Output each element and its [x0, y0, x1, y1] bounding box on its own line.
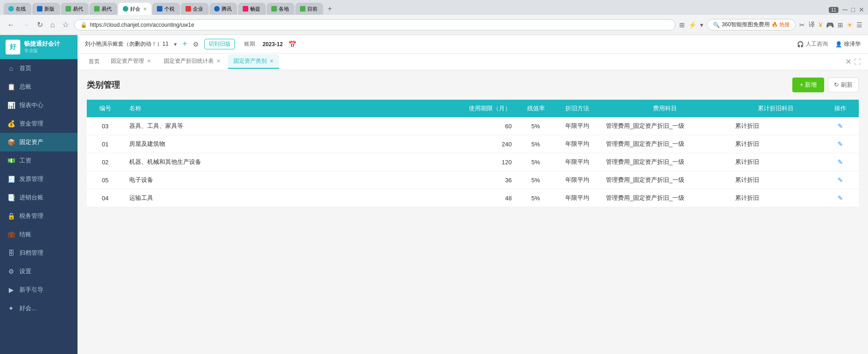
edit-icon-3[interactable]: ✎: [838, 176, 843, 184]
secure-icon: 🔒: [80, 22, 87, 28]
back-btn[interactable]: ←: [6, 19, 17, 31]
grid-icon[interactable]: ⊞: [838, 21, 843, 29]
breadcrumb-home[interactable]: 首页: [85, 55, 103, 68]
sidebar-item-purchase-sales[interactable]: 📑 进销台账: [0, 188, 78, 207]
window-close-btn[interactable]: ✕: [845, 57, 851, 66]
translate-icon[interactable]: 译: [808, 21, 815, 29]
edit-icon-1[interactable]: ✎: [838, 140, 843, 148]
tab-zaix[interactable]: 在线: [4, 3, 31, 15]
edit-icon-0[interactable]: ✎: [838, 122, 843, 130]
row2-edit[interactable]: ✎: [822, 153, 859, 171]
tab-asset-category-close[interactable]: ✕: [269, 58, 274, 64]
calendar-icon[interactable]: 📅: [288, 41, 296, 48]
row0-edit[interactable]: ✎: [822, 117, 859, 135]
sidebar-item-fixed-assets[interactable]: 📦 固定资产: [0, 133, 78, 151]
tab-muqian[interactable]: 目前: [295, 3, 323, 15]
col-period: 使用期限（月）: [462, 100, 517, 117]
settings-icon: ⚙: [7, 268, 15, 275]
tab-tengxun[interactable]: 腾讯: [210, 3, 237, 15]
sidebar-item-haohui[interactable]: ✦ 好会...: [0, 299, 78, 318]
add-company-btn[interactable]: +: [182, 39, 187, 49]
close-browser-btn[interactable]: ✕: [859, 6, 864, 13]
tab-yidai1[interactable]: 易代: [61, 3, 89, 15]
row2-name: 机器、机械和其他生产设备: [124, 153, 462, 171]
edit-icon-2[interactable]: ✎: [838, 158, 843, 166]
tab-yidai2[interactable]: 易代: [90, 3, 117, 15]
user-profile[interactable]: 👤 徐泽华: [835, 40, 861, 48]
row3-edit[interactable]: ✎: [822, 171, 859, 189]
row1-expense: 管理费用_固定资产折旧_一级: [600, 135, 730, 153]
row1-edit[interactable]: ✎: [822, 135, 859, 153]
scissors-icon[interactable]: ✂: [799, 21, 805, 29]
service-btn[interactable]: 🎧 人工咨询: [797, 40, 828, 48]
row3-id: 05: [87, 171, 124, 189]
col-id: 编号: [87, 100, 124, 117]
tab-gedi[interactable]: 各地: [267, 3, 294, 15]
row3-method: 年限平均: [554, 171, 600, 189]
maximize-btn[interactable]: □: [851, 6, 855, 13]
tab-qiye[interactable]: 企业: [181, 3, 209, 15]
sidebar-item-invoice[interactable]: 🧾 发票管理: [0, 170, 78, 188]
tab-haohui[interactable]: 好会 ✕: [118, 3, 151, 15]
menu-icon[interactable]: ☰: [856, 21, 862, 29]
bookmark-btn[interactable]: ☆: [60, 18, 71, 31]
sidebar-item-closing[interactable]: 💼 结账: [0, 225, 78, 244]
search-icon: 🔍: [713, 22, 720, 28]
minimize-btn[interactable]: ─: [842, 6, 847, 14]
row3-residual: 5%: [517, 171, 554, 189]
theme-icon[interactable]: ☀: [847, 21, 853, 29]
row2-id: 02: [87, 153, 124, 171]
row4-id: 04: [87, 189, 124, 207]
tab-geishui[interactable]: 个税: [152, 3, 180, 15]
row4-edit[interactable]: ✎: [822, 189, 859, 207]
row0-residual: 5%: [517, 117, 554, 135]
sidebar-item-general-ledger[interactable]: 📋 总账: [0, 78, 78, 96]
game-icon[interactable]: 🎮: [826, 21, 834, 29]
edit-icon-4[interactable]: ✎: [838, 194, 843, 202]
tab-changti[interactable]: 畅提: [238, 3, 266, 15]
tab-close-haohui[interactable]: ✕: [143, 6, 147, 12]
window-maximize-btn[interactable]: ⛶: [854, 58, 861, 66]
tab-depreciation-table[interactable]: 固定资产折旧统计表 ✕: [158, 54, 226, 69]
sidebar-item-funds[interactable]: 💰 资金管理: [0, 114, 78, 133]
row4-period: 48: [462, 189, 517, 207]
search-text: 360智能抠图免费用: [722, 21, 770, 29]
settings-btn-topbar[interactable]: ⚙: [193, 41, 199, 48]
tab-depreciation-close[interactable]: ✕: [216, 58, 221, 64]
dropdown-btn[interactable]: ▾: [700, 21, 703, 29]
search-bar[interactable]: 🔍 360智能抠图免费用 🔥 热搜: [707, 19, 796, 30]
expand-icon[interactable]: ▾: [174, 41, 177, 48]
sidebar-item-home[interactable]: ⌂ 首页: [0, 59, 78, 78]
fixed-assets-icon: 📦: [7, 138, 15, 146]
browser-nav-bar: ← → ↻ ⌂ ☆ 🔒 https://cloud.chanjet.com/ac…: [0, 15, 868, 35]
switch-version-btn[interactable]: 切到旧版: [204, 39, 235, 49]
boost-icon[interactable]: ⚡: [688, 21, 696, 29]
url-text[interactable]: https://cloud.chanjet.com/accounting/uw1…: [90, 22, 194, 28]
logo-title: 畅捷通好会计: [24, 40, 60, 48]
sidebar-item-invoice-label: 发票管理: [19, 175, 43, 183]
tab-asset-category[interactable]: 固定资产类别 ✕: [228, 54, 279, 69]
table-row: 02 机器、机械和其他生产设备 120 5% 年限平均 管理费用_固定资产折旧_…: [87, 153, 859, 171]
sidebar-item-archive[interactable]: 🗄 归档管理: [0, 244, 78, 262]
sidebar-item-payroll[interactable]: 💵 工资: [0, 151, 78, 170]
tab-fixed-assets-mgmt[interactable]: 固定资产管理 ✕: [105, 54, 156, 69]
row0-name: 器具、工具、家具等: [124, 117, 462, 135]
reports-icon: 📊: [7, 102, 15, 109]
add-btn[interactable]: + 新增: [792, 78, 824, 92]
sidebar-item-guide[interactable]: ▶ 新手引导: [0, 281, 78, 299]
tab-xinban[interactable]: 新版: [32, 3, 60, 15]
period-label: 账期: [244, 40, 255, 48]
sidebar-item-settings[interactable]: ⚙ 设置: [0, 262, 78, 281]
table-row: 03 器具、工具、家具等 60 5% 年限平均 管理费用_固定资产折旧_一级 累…: [87, 117, 859, 135]
wallet-icon[interactable]: ¥: [819, 21, 822, 29]
extensions-icon[interactable]: ⊞: [679, 21, 685, 29]
reload-btn[interactable]: ↻: [35, 18, 45, 31]
new-tab-btn[interactable]: +: [324, 3, 335, 15]
sidebar-item-tax[interactable]: 🔒 税务管理: [0, 207, 78, 225]
tab-asset-category-label: 固定资产类别: [233, 57, 267, 65]
sidebar-item-reports[interactable]: 📊 报表中心: [0, 96, 78, 114]
home-btn[interactable]: ⌂: [48, 19, 57, 31]
refresh-btn[interactable]: ↻ 刷新: [828, 78, 859, 92]
forward-btn[interactable]: →: [20, 19, 31, 31]
tab-fixed-assets-close[interactable]: ✕: [147, 58, 151, 64]
